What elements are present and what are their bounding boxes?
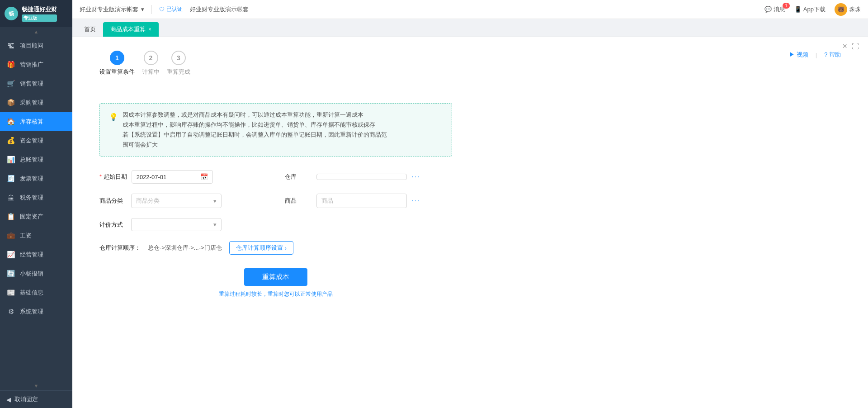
form-row-2: 商品分类 商品分类 ▾ 商品 商品 ··· [99, 194, 452, 208]
certified-label: 已认证 [166, 5, 183, 13]
marketing-icon: 🎁 [6, 61, 15, 69]
category-label: 商品分类 [99, 197, 127, 205]
sidebar-item-expense[interactable]: 🔄 小畅报销 [0, 264, 72, 283]
help-link[interactable]: ? 帮助 [824, 51, 841, 59]
step-3-num: 3 [177, 54, 180, 62]
message-icon: 💬 [764, 6, 772, 13]
sidebar-label-system: 系统管理 [20, 308, 43, 316]
info-line-1: 因成本计算参数调整，或是对商品成本有疑问时，可以通过成本重算功能，重新计算一遍成… [123, 110, 387, 120]
unpin-button[interactable]: ◀ 取消固定 [0, 390, 72, 408]
sidebar-item-marketing[interactable]: 🎁 营销推广 [0, 55, 72, 74]
tab-close-icon[interactable]: × [148, 26, 151, 33]
scroll-down[interactable]: ▼ [0, 381, 72, 390]
sidebar-label-accounting: 总账管理 [20, 156, 43, 164]
product-field: 商品 商品 ··· [285, 194, 452, 208]
product-label: 商品 [285, 197, 312, 205]
sidebar-label-expense: 小畅报销 [20, 270, 43, 278]
form-row-1: 起始日期 2022-07-01 📅 仓库 ··· [99, 170, 452, 184]
close-button[interactable]: × [842, 42, 847, 51]
calendar-icon[interactable]: 📅 [200, 173, 208, 180]
pricing-select[interactable]: ▾ [131, 218, 222, 231]
sidebar-item-project[interactable]: 🏗 项目顾问 [0, 36, 72, 55]
tab-home[interactable]: 首页 [77, 22, 103, 37]
play-icon: ▶ [789, 51, 797, 58]
operations-icon: 📈 [6, 251, 15, 259]
system-icon: ⚙ [6, 308, 15, 316]
account-selector[interactable]: 好业财专业版演示帐套 ▾ [80, 5, 144, 14]
sidebar-item-purchase[interactable]: 📦 采购管理 [0, 93, 72, 112]
avatar: 🐻 [835, 3, 847, 16]
sidebar-item-inventory[interactable]: 🏠 库存核算 [0, 112, 72, 131]
expand-button[interactable]: ⛶ [852, 43, 859, 51]
sidebar-label-marketing: 营销推广 [20, 61, 43, 69]
content-area: × ⛶ 1 设置重算条件 2 计算中 [72, 37, 868, 408]
sidebar-label-project: 项目顾问 [20, 42, 43, 50]
product-input[interactable]: 商品 [316, 194, 407, 208]
topbar: 好业财专业版演示帐套 ▾ 🛡 已认证 好业财专业版演示帐套 💬 消息 1 📱 A… [72, 0, 868, 19]
message-badge: 1 [783, 3, 790, 9]
start-date-input[interactable]: 2022-07-01 📅 [132, 170, 213, 184]
product-placeholder: 商品 [321, 197, 333, 205]
company-name: 好业财专业版演示帐套 [190, 5, 249, 14]
tax-icon: 🏛 [6, 194, 15, 202]
sidebar-item-finance[interactable]: 💰 资金管理 [0, 131, 72, 150]
accounting-icon: 📊 [6, 156, 15, 164]
help-icon: ? [824, 51, 829, 58]
tab-cost-recalc[interactable]: 商品成本重算 × [103, 22, 159, 37]
tab-home-label: 首页 [84, 25, 96, 33]
sidebar-item-basic[interactable]: 📰 基础信息 [0, 283, 72, 302]
expense-icon: 🔄 [6, 270, 15, 278]
start-date-value: 2022-07-01 [137, 174, 167, 180]
warehouse-order-settings-label: 仓库计算顺序设置 [236, 244, 283, 252]
sidebar-logo: 畅 畅捷通好业财 专业版 [0, 0, 72, 27]
video-label: 视频 [797, 51, 808, 58]
warehouse-input[interactable] [316, 174, 407, 180]
sidebar-label-inventory: 库存核算 [20, 118, 43, 126]
topbar-divider [151, 5, 152, 14]
step-3: 3 重算完成 [167, 51, 190, 76]
category-select[interactable]: 商品分类 ▾ [131, 194, 222, 208]
sidebar-label-sales: 销售管理 [20, 80, 43, 88]
message-button[interactable]: 💬 消息 1 [764, 5, 785, 14]
info-icon: 💡 [109, 111, 118, 150]
sidebar-item-accounting[interactable]: 📊 总账管理 [0, 150, 72, 169]
warehouse-more-button[interactable]: ··· [411, 173, 420, 181]
sidebar-label-invoice: 发票管理 [20, 175, 43, 183]
sidebar-label-assets: 固定资产 [20, 213, 43, 221]
scroll-up[interactable]: ▲ [0, 27, 72, 36]
sidebar-item-invoice[interactable]: 🧾 发票管理 [0, 169, 72, 188]
sidebar-item-operations[interactable]: 📈 经营管理 [0, 245, 72, 264]
sidebar-item-assets[interactable]: 📋 固定资产 [0, 207, 72, 226]
sidebar-label-salary: 工资 [20, 232, 32, 240]
step-2: 2 计算中 [142, 51, 160, 76]
assets-icon: 📋 [6, 213, 15, 221]
app-download-button[interactable]: 📱 App下载 [794, 5, 826, 14]
sales-icon: 🛒 [6, 80, 15, 88]
warehouse-label: 仓库 [285, 173, 312, 181]
window-controls: × ⛶ [842, 42, 859, 51]
sidebar-item-salary[interactable]: 💼 工资 [0, 226, 72, 245]
sidebar-item-sales[interactable]: 🛒 销售管理 [0, 74, 72, 93]
start-date-label: 起始日期 [99, 173, 127, 181]
step-1-label: 设置重算条件 [99, 68, 135, 76]
recalc-note: 重算过程耗时较长，重算时您可以正常使用产品 [99, 290, 452, 298]
video-link[interactable]: ▶ 视频 [789, 51, 808, 59]
warehouse-order-settings-button[interactable]: 仓库计算顺序设置 › [229, 241, 293, 255]
sidebar-label-purchase: 采购管理 [20, 99, 43, 107]
help-label: 帮助 [829, 51, 841, 58]
account-name: 好业财专业版演示帐套 [80, 5, 138, 14]
sidebar-item-system[interactable]: ⚙ 系统管理 [0, 302, 72, 321]
product-more-button[interactable]: ··· [411, 197, 420, 205]
purchase-icon: 📦 [6, 99, 15, 107]
account-chevron-icon: ▾ [141, 6, 144, 13]
sidebar-menu: 🏗 项目顾问 🎁 营销推广 🛒 销售管理 📦 采购管理 🏠 库存核算 💰 资金管… [0, 36, 72, 381]
sidebar-label-operations: 经营管理 [20, 251, 43, 259]
recalc-button[interactable]: 重算成本 [244, 268, 307, 286]
user-profile[interactable]: 🐻 珠珠 [835, 3, 861, 16]
sidebar-item-tax[interactable]: 🏛 税务管理 [0, 188, 72, 207]
info-line-4: 围可能会扩大 [123, 140, 387, 150]
category-placeholder: 商品分类 [136, 197, 160, 205]
sidebar-label-finance: 资金管理 [20, 137, 43, 145]
chevron-right-icon: › [285, 245, 287, 251]
warehouse-order-label: 仓库计算顺序： [99, 244, 141, 252]
